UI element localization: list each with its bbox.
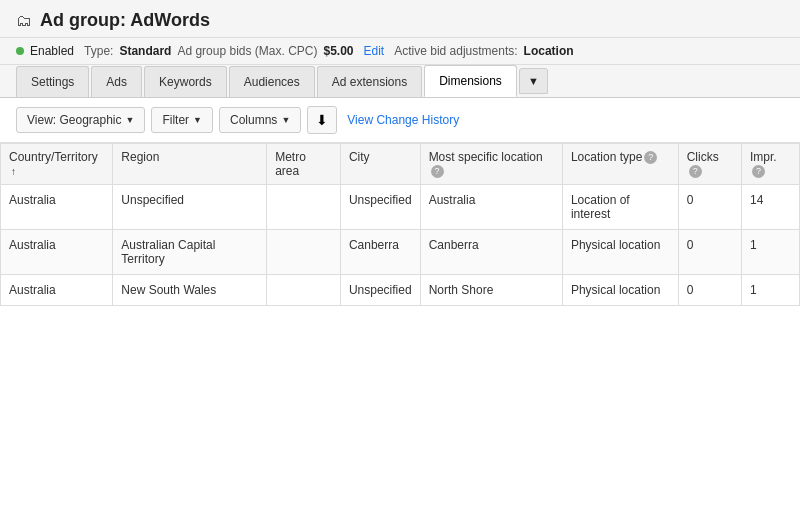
cell-specific: Canberra <box>420 230 562 275</box>
data-table-container: Country/Territory↑RegionMetro areaCityMo… <box>0 143 800 306</box>
edit-link[interactable]: Edit <box>364 44 385 58</box>
cell-region: Unspecified <box>113 185 267 230</box>
col-region: Region <box>113 144 267 185</box>
tab-settings[interactable]: Settings <box>16 66 89 97</box>
cell-metro <box>267 185 341 230</box>
sort-icon: ↑ <box>11 166 16 177</box>
tab-audiences[interactable]: Audiences <box>229 66 315 97</box>
filter-arrow-icon: ▼ <box>193 115 202 125</box>
cell-country: Australia <box>1 230 113 275</box>
columns-label: Columns <box>230 113 277 127</box>
filter-label: Filter <box>162 113 189 127</box>
tab-ads[interactable]: Ads <box>91 66 142 97</box>
type-value: Standard <box>119 44 171 58</box>
view-label: View: Geographic <box>27 113 122 127</box>
cell-specific: Australia <box>420 185 562 230</box>
cell-specific: North Shore <box>420 275 562 306</box>
view-history-link[interactable]: View Change History <box>347 113 459 127</box>
cell-loctype: Physical location <box>562 275 678 306</box>
adgroup-icon: 🗂 <box>16 12 32 30</box>
tab-dimensions[interactable]: Dimensions <box>424 65 517 97</box>
bid-value: $5.00 <box>323 44 353 58</box>
cell-region: Australian Capital Territory <box>113 230 267 275</box>
cell-clicks: 0 <box>678 275 741 306</box>
cell-loctype: Location of interest <box>562 185 678 230</box>
bid-label: Ad group bids (Max. CPC) <box>177 44 317 58</box>
cell-clicks: 0 <box>678 185 741 230</box>
col-specific: Most specific location? <box>420 144 562 185</box>
page-title-prefix: Ad group: <box>40 10 130 30</box>
help-icon[interactable]: ? <box>689 165 702 178</box>
tab-ad-extensions[interactable]: Ad extensions <box>317 66 422 97</box>
tab-keywords[interactable]: Keywords <box>144 66 227 97</box>
adjustments-label: Active bid adjustments: <box>394 44 517 58</box>
cell-clicks: 0 <box>678 230 741 275</box>
col-city: City <box>340 144 420 185</box>
enabled-dot <box>16 47 24 55</box>
page-header: 🗂 Ad group: AdWords <box>0 0 800 38</box>
cell-region: New South Wales <box>113 275 267 306</box>
col-clicks: Clicks? <box>678 144 741 185</box>
table-row: AustraliaAustralian Capital TerritoryCan… <box>1 230 800 275</box>
enabled-label: Enabled <box>30 44 74 58</box>
cell-impr: 1 <box>741 230 799 275</box>
cell-loctype: Physical location <box>562 230 678 275</box>
help-icon[interactable]: ? <box>752 165 765 178</box>
cell-metro <box>267 275 341 306</box>
columns-arrow-icon: ▼ <box>281 115 290 125</box>
cell-country: Australia <box>1 185 113 230</box>
cell-impr: 14 <box>741 185 799 230</box>
cell-city: Unspecified <box>340 275 420 306</box>
columns-button[interactable]: Columns ▼ <box>219 107 301 133</box>
help-icon[interactable]: ? <box>431 165 444 178</box>
page-title: Ad group: AdWords <box>40 10 210 31</box>
data-table: Country/Territory↑RegionMetro areaCityMo… <box>0 143 800 306</box>
toolbar: View: Geographic ▼ Filter ▼ Columns ▼ ⬇ … <box>0 98 800 143</box>
view-arrow-icon: ▼ <box>126 115 135 125</box>
col-impr: Impr.? <box>741 144 799 185</box>
tabs-bar: SettingsAdsKeywordsAudiencesAd extension… <box>0 65 800 98</box>
table-row: AustraliaNew South WalesUnspecifiedNorth… <box>1 275 800 306</box>
col-metro: Metro area <box>267 144 341 185</box>
view-geographic-button[interactable]: View: Geographic ▼ <box>16 107 145 133</box>
cell-impr: 1 <box>741 275 799 306</box>
cell-country: Australia <box>1 275 113 306</box>
cell-city: Unspecified <box>340 185 420 230</box>
cell-city: Canberra <box>340 230 420 275</box>
download-button[interactable]: ⬇ <box>307 106 337 134</box>
type-label: Type: <box>84 44 113 58</box>
download-icon: ⬇ <box>316 112 328 128</box>
help-icon[interactable]: ? <box>644 151 657 164</box>
page-title-value: AdWords <box>130 10 210 30</box>
tab-more-button[interactable]: ▼ <box>519 68 548 94</box>
col-loctype: Location type? <box>562 144 678 185</box>
status-bar: Enabled Type: Standard Ad group bids (Ma… <box>0 38 800 65</box>
col-country[interactable]: Country/Territory↑ <box>1 144 113 185</box>
table-row: AustraliaUnspecifiedUnspecifiedAustralia… <box>1 185 800 230</box>
adjustments-value: Location <box>524 44 574 58</box>
cell-metro <box>267 230 341 275</box>
filter-button[interactable]: Filter ▼ <box>151 107 213 133</box>
